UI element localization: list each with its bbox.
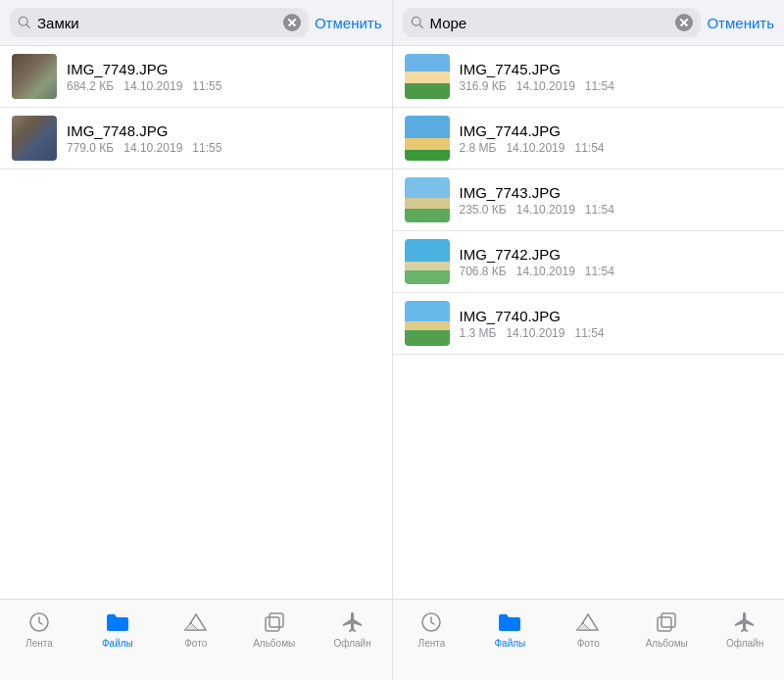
svg-rect-7: [266, 617, 279, 631]
tab-bar: Лента Файлы Фото: [0, 599, 784, 680]
thumbnail: [12, 54, 57, 99]
file-time: 11:54: [585, 79, 614, 93]
right-clear-button[interactable]: [675, 14, 693, 31]
tab-label: Фото: [184, 638, 207, 649]
svg-marker-6: [184, 623, 198, 630]
file-size: 779.0 КБ: [67, 141, 114, 155]
file-date: 14.10.2019: [123, 79, 182, 93]
tab-oflayn-right[interactable]: Офлайн: [706, 600, 784, 680]
left-clear-button[interactable]: [283, 14, 301, 31]
svg-rect-12: [658, 617, 671, 631]
tab-label: Лента: [25, 638, 53, 649]
tab-label: Офлайн: [726, 638, 763, 649]
tab-oflayn-left[interactable]: Офлайн: [314, 600, 392, 680]
file-meta: 235.0 КБ 14.10.2019 11:54: [460, 203, 773, 217]
table-row[interactable]: IMG_7744.JPG 2.8 МБ 14.10.2019 11:54: [393, 108, 785, 170]
tab-faily-right[interactable]: Файлы: [470, 600, 549, 680]
file-date: 14.10.2019: [506, 326, 564, 340]
file-name: IMG_7749.JPG: [67, 61, 380, 77]
tab-albomy-right[interactable]: Альбомы: [627, 600, 706, 680]
file-size: 316.9 КБ: [460, 79, 507, 93]
file-time: 11:54: [585, 203, 614, 217]
file-info: IMG_7743.JPG 235.0 КБ 14.10.2019 11:54: [460, 184, 773, 217]
file-time: 11:55: [192, 141, 221, 155]
left-cancel-button[interactable]: Отменить: [315, 15, 382, 31]
folder-icon: [497, 609, 522, 635]
file-date: 14.10.2019: [123, 141, 182, 155]
file-meta: 2.8 МБ 14.10.2019 11:54: [460, 141, 773, 155]
mountain-icon: [183, 609, 209, 635]
table-row[interactable]: IMG_7748.JPG 779.0 КБ 14.10.2019 11:55: [0, 108, 392, 170]
file-date: 14.10.2019: [506, 141, 564, 155]
thumbnail: [405, 239, 450, 284]
clock-icon: [418, 609, 444, 635]
table-row[interactable]: IMG_7742.JPG 706.8 КБ 14.10.2019 11:54: [393, 231, 785, 293]
file-date: 14.10.2019: [516, 265, 575, 278]
right-search-query: Море: [430, 15, 670, 31]
left-results-list: IMG_7749.JPG 684.2 КБ 14.10.2019 11:55 I…: [0, 46, 392, 599]
tab-label: Офлайн: [333, 638, 370, 649]
file-name: IMG_7742.JPG: [460, 246, 773, 263]
file-time: 11:54: [574, 141, 604, 155]
file-name: IMG_7740.JPG: [460, 308, 773, 324]
right-cancel-button[interactable]: Отменить: [707, 15, 774, 31]
file-size: 2.8 МБ: [460, 141, 497, 155]
search-icon: [18, 16, 31, 29]
file-name: IMG_7744.JPG: [460, 122, 773, 139]
file-info: IMG_7745.JPG 316.9 КБ 14.10.2019 11:54: [460, 61, 773, 93]
tab-albomy-left[interactable]: Альбомы: [235, 600, 314, 680]
left-search-bar: Замки Отменить: [0, 0, 392, 46]
file-meta: 1.3 МБ 14.10.2019 11:54: [460, 326, 773, 340]
file-date: 14.10.2019: [516, 79, 575, 93]
right-results-list: IMG_7745.JPG 316.9 КБ 14.10.2019 11:54 I…: [393, 46, 785, 599]
main-content: Замки Отменить IMG_7749.JPG 684.2 КБ 14.…: [0, 0, 784, 599]
tab-lenta-right[interactable]: Лента: [393, 600, 471, 680]
file-meta: 684.2 КБ 14.10.2019 11:55: [67, 79, 380, 93]
file-size: 235.0 КБ: [460, 203, 507, 217]
file-size: 1.3 МБ: [460, 326, 497, 340]
file-time: 11:55: [192, 79, 221, 93]
file-time: 11:54: [585, 265, 614, 278]
airplane-icon: [732, 609, 758, 635]
right-tab-section: Лента Файлы Фото: [393, 600, 785, 680]
file-name: IMG_7745.JPG: [460, 61, 773, 77]
tab-faily-left[interactable]: Файлы: [78, 600, 157, 680]
left-search-query: Замки: [37, 15, 277, 31]
file-info: IMG_7742.JPG 706.8 КБ 14.10.2019 11:54: [460, 246, 773, 278]
tab-label: Файлы: [102, 638, 133, 649]
search-icon: [411, 16, 424, 29]
right-search-bar: Море Отменить: [393, 0, 785, 46]
table-row[interactable]: IMG_7749.JPG 684.2 КБ 14.10.2019 11:55: [0, 46, 392, 108]
tab-label: Фото: [577, 638, 600, 649]
left-search-input-wrapper[interactable]: Замки: [10, 8, 309, 37]
table-row[interactable]: IMG_7743.JPG 235.0 КБ 14.10.2019 11:54: [393, 170, 785, 231]
tab-label: Лента: [418, 638, 446, 649]
file-time: 11:54: [574, 326, 604, 340]
table-row[interactable]: IMG_7745.JPG 316.9 КБ 14.10.2019 11:54: [393, 46, 785, 108]
file-info: IMG_7744.JPG 2.8 МБ 14.10.2019 11:54: [460, 122, 773, 155]
tab-foto-left[interactable]: Фото: [157, 600, 235, 680]
file-info: IMG_7748.JPG 779.0 КБ 14.10.2019 11:55: [67, 122, 380, 155]
file-size: 706.8 КБ: [460, 265, 507, 278]
file-meta: 706.8 КБ 14.10.2019 11:54: [460, 265, 773, 278]
mountain-icon: [575, 609, 601, 635]
airplane-icon: [340, 609, 366, 635]
albums-icon: [654, 609, 679, 635]
thumbnail: [405, 116, 450, 161]
file-date: 14.10.2019: [516, 203, 575, 217]
thumbnail: [405, 177, 450, 222]
table-row[interactable]: IMG_7740.JPG 1.3 МБ 14.10.2019 11:54: [393, 293, 785, 355]
clock-icon: [26, 609, 52, 635]
file-name: IMG_7748.JPG: [67, 122, 380, 139]
thumbnail: [12, 116, 57, 161]
tab-label: Файлы: [494, 638, 525, 649]
file-size: 684.2 КБ: [67, 79, 114, 93]
thumbnail: [405, 301, 450, 346]
folder-icon: [105, 609, 130, 635]
left-panel: Замки Отменить IMG_7749.JPG 684.2 КБ 14.…: [0, 0, 393, 599]
tab-label: Альбомы: [253, 638, 295, 649]
tab-lenta-left[interactable]: Лента: [0, 600, 78, 680]
tab-foto-right[interactable]: Фото: [549, 600, 627, 680]
file-meta: 316.9 КБ 14.10.2019 11:54: [460, 79, 773, 93]
right-search-input-wrapper[interactable]: Море: [403, 8, 702, 37]
